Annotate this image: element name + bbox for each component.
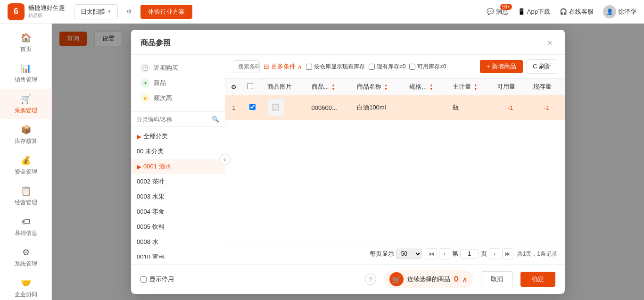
search-icon[interactable]: 🔍	[212, 116, 219, 123]
phone-icon: 📱	[518, 8, 525, 15]
content-area: 查询 设置 商品参照 ×	[52, 24, 644, 300]
total-info: 共1页，1条记录	[517, 250, 557, 258]
th-spec[interactable]: 规格... ▲▼	[405, 79, 448, 95]
avatar: 👤	[603, 5, 616, 18]
finance-icon: 💰	[20, 155, 32, 166]
category-item-liquor[interactable]: ▶ 0001 酒水	[131, 159, 225, 174]
enterprise-icon: 🤝	[20, 277, 32, 289]
row-spec	[405, 95, 448, 120]
category-list: ▶ 全部分类 00 未分类 ▶ 0001 酒水 0002 茶	[131, 127, 225, 258]
th-gear: ⚙	[225, 79, 242, 95]
quick-links: 🕐 近期购买 ✦ 新品 ★ 频次高	[131, 60, 225, 112]
quick-link-recent[interactable]: 🕐 近期购买	[137, 60, 219, 75]
category-item-tea[interactable]: 0002 茶叶	[131, 174, 225, 189]
category-item-beverage[interactable]: 0005 饮料	[131, 219, 225, 234]
sidebar-item-finance[interactable]: 💰 资金管理	[0, 150, 51, 181]
home-icon: 🏠	[20, 32, 32, 43]
sidebar-item-basic-info[interactable]: 🏷 基础信息	[0, 211, 51, 242]
category-item-unclassified[interactable]: 00 未分类	[131, 144, 225, 159]
chevron-down-icon: ▼	[107, 9, 112, 14]
cart-collapse-icon[interactable]: ∧	[462, 275, 468, 284]
info-icon: 🏷	[20, 216, 32, 227]
logo-sub: 精品版	[28, 12, 65, 19]
sidebar-item-home[interactable]: 🏠 首页	[0, 27, 51, 58]
cart-area[interactable]: 🛒 连续选择的商品 0 ∧	[384, 270, 473, 288]
dialog-right-panel: 🔍 ⊟ 更多条件 ∧ 按仓库显示现有库存	[225, 55, 565, 264]
sidebar-item-enterprise[interactable]: 🤝 企业协同	[0, 273, 51, 300]
category-item-appliance[interactable]: 0010 家电	[131, 250, 225, 258]
page-navigation: ⏮ ‹ 第 页 › ⏭	[426, 248, 513, 259]
th-unit[interactable]: 主计量 ▲▼	[448, 79, 492, 95]
page-number-input[interactable]	[460, 249, 479, 258]
quick-link-new[interactable]: ✦ 新品	[137, 75, 219, 91]
last-page-button[interactable]: ⏭	[502, 248, 513, 259]
next-page-button[interactable]: ›	[489, 248, 500, 259]
show-disabled-checkbox[interactable]: 显示停用	[140, 275, 174, 283]
cancel-button[interactable]: 取消	[481, 271, 513, 287]
quick-link-frequent[interactable]: ★ 频次高	[137, 91, 219, 106]
category-item-snack[interactable]: 0004 零食	[131, 204, 225, 219]
category-item-all[interactable]: ▶ 全部分类	[131, 129, 225, 144]
dialog-header: 商品参照 ×	[131, 30, 565, 55]
dialog-title: 商品参照	[140, 38, 171, 48]
first-page-button[interactable]: ⏮	[426, 248, 437, 259]
category-search-input[interactable]	[137, 116, 210, 123]
prev-page-button[interactable]: ‹	[439, 248, 450, 259]
column-gear-icon[interactable]: ⚙	[231, 83, 237, 91]
freq-icon: ★	[140, 93, 150, 103]
sidebar: 🏠 首页 📊 销售管理 🛒 采购管理 📦 库存核算 💰 资金管理 📋 经营管理 …	[0, 24, 52, 300]
row-stock: -1	[528, 95, 565, 120]
row-checkbox[interactable]	[249, 104, 256, 110]
operations-icon: 📋	[20, 185, 32, 197]
dialog-footer: 显示停用 ? 🛒 连续选择的商品 0 ∧ 取消 确定	[131, 264, 565, 294]
customer-service-button[interactable]: 🎧 在线客服	[560, 8, 594, 16]
sidebar-item-sales[interactable]: 📊 销售管理	[0, 58, 51, 89]
dialog-toolbar: 🔍 ⊟ 更多条件 ∧ 按仓库显示现有库存	[225, 55, 565, 79]
settings-icon[interactable]: ⚙	[122, 4, 137, 19]
page-size-select[interactable]: 10 20 50 100	[396, 249, 422, 259]
more-filter-button[interactable]: ⊟ 更多条件 ∧	[264, 62, 302, 71]
th-image: 商品图片	[263, 79, 307, 95]
nonzero-stock-checkbox[interactable]: 现有库存≠0	[369, 63, 405, 71]
category-item-fruit[interactable]: 0003 水果	[131, 189, 225, 204]
expand-icon-active: ▶	[137, 163, 141, 170]
filter-icon: ⊟	[264, 63, 269, 70]
branch-dropdown[interactable]: 日太阳膜 ▼	[74, 4, 118, 19]
refresh-button[interactable]: C 刷新	[527, 59, 557, 74]
product-image: 🖼	[267, 99, 284, 116]
logo-icon: 6	[8, 3, 25, 20]
row-code: 000600...	[307, 95, 353, 120]
category-item-water[interactable]: 0008 水	[131, 234, 225, 250]
available-nonzero-checkbox[interactable]: 可用库存≠0	[409, 63, 446, 71]
sidebar-item-inventory[interactable]: 📦 库存核算	[0, 119, 51, 150]
help-icon[interactable]: ?	[365, 274, 376, 285]
sort-unit-icon: ▲▼	[474, 83, 478, 91]
th-checkbox	[242, 79, 263, 95]
dialog-body: 🕐 近期购买 ✦ 新品 ★ 频次高	[131, 55, 565, 264]
category-search: 🔍	[131, 112, 225, 127]
dialog-overlay: 商品参照 × 🕐 近期购买 ✦	[52, 24, 644, 300]
headset-icon: 🎧	[560, 8, 567, 15]
sidebar-item-purchase[interactable]: 🛒 采购管理	[0, 89, 51, 119]
new-icon: ✦	[140, 78, 150, 88]
dialog-left-panel: 🕐 近期购买 ✦ 新品 ★ 频次高	[131, 55, 225, 264]
add-product-button[interactable]: + 新增商品	[480, 60, 523, 73]
app-download-button[interactable]: 📱 App下载	[518, 8, 550, 16]
warehouse-stock-checkbox[interactable]: 按仓库显示现有库存	[306, 63, 365, 71]
nav-right: 💬 消息 99+ 📱 App下载 🎧 在线客服 👤 徐泽华	[487, 5, 636, 18]
table-row[interactable]: 1 🖼 000600... 白酒100ml 瓶 -1 -1	[225, 95, 565, 120]
footer-actions: ? 🛒 连续选择的商品 0 ∧ 取消 确定	[365, 270, 555, 288]
sidebar-item-operations[interactable]: 📋 经营管理	[0, 181, 51, 211]
inventory-icon: 📦	[20, 124, 32, 135]
select-all-checkbox[interactable]	[247, 83, 253, 89]
th-name[interactable]: 商品名称 ▲▼	[352, 79, 405, 95]
messages-button[interactable]: 💬 消息 99+	[487, 8, 508, 16]
th-code[interactable]: 商品... ▲▼	[307, 79, 353, 95]
user-profile-button[interactable]: 👤 徐泽华	[603, 5, 636, 18]
product-search-input[interactable]	[233, 61, 260, 72]
close-icon[interactable]: ×	[544, 37, 555, 49]
trial-button[interactable]: 体验行业方案	[140, 5, 192, 19]
confirm-button[interactable]: 确定	[520, 272, 555, 287]
row-unit: 瓶	[448, 95, 492, 120]
sidebar-item-system[interactable]: ⚙ 系统管理	[0, 242, 51, 273]
